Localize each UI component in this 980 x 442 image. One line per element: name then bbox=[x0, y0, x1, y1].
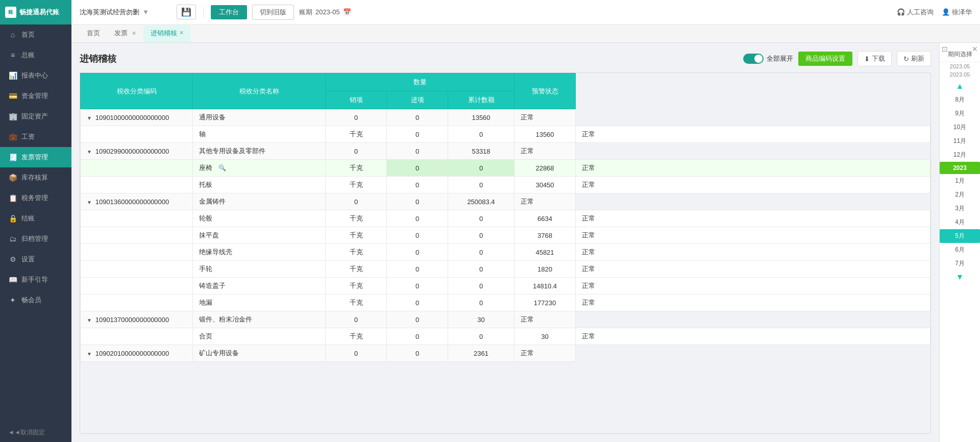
col-sales: 销项 bbox=[326, 91, 387, 109]
month-6[interactable]: 6月 bbox=[940, 243, 980, 257]
sidebar-item-invoice[interactable]: 🧾 发票管理 bbox=[0, 147, 71, 167]
month-1[interactable]: 1月 bbox=[940, 174, 980, 188]
sidebar-item-guide[interactable]: 📖 新手引导 bbox=[0, 269, 71, 290]
topbar-separator bbox=[203, 7, 204, 17]
sidebar-item-tax[interactable]: 📋 税务管理 bbox=[0, 188, 71, 208]
month-12[interactable]: 12月 bbox=[940, 148, 980, 162]
cell-total: 30 bbox=[448, 311, 514, 328]
refresh-icon: ↻ bbox=[903, 55, 909, 63]
cell-code: ▼ 10901360000000000000 bbox=[81, 193, 193, 210]
month-8[interactable]: 8月 bbox=[940, 93, 980, 107]
headset-icon: 🎧 bbox=[897, 8, 905, 16]
sidebar-item-assets[interactable]: 🏢 固定资产 bbox=[0, 106, 71, 127]
tab-home[interactable]: 首页 bbox=[80, 25, 107, 42]
logo-icon: 账 bbox=[5, 7, 16, 18]
cell-status: 正常 bbox=[576, 261, 930, 278]
cell-sales: 0 bbox=[387, 244, 448, 261]
cell-total: 53318 bbox=[448, 143, 514, 160]
cell-purchase: 0 bbox=[448, 126, 514, 143]
toggle-switch[interactable] bbox=[743, 54, 764, 64]
company-selector[interactable]: 沈海英测试经营勿删 ▼ bbox=[80, 8, 172, 17]
download-button[interactable]: ⬇ 下载 bbox=[857, 51, 892, 66]
content-main: 进销稽核 全部展开 商品编码设置 ⬇ 下载 ↻ 刷新 bbox=[71, 43, 939, 442]
month-3[interactable]: 3月 bbox=[940, 202, 980, 215]
table-row: 地漏 千克 0 0 177230 正常 bbox=[81, 294, 930, 311]
inventory-icon: 📦 bbox=[8, 174, 17, 182]
tree-arrow-icon[interactable]: ▼ bbox=[87, 351, 93, 357]
scroll-up-icon[interactable]: ▲ bbox=[954, 80, 966, 93]
cell-name: 绝缘导线壳 bbox=[193, 244, 326, 261]
month-2[interactable]: 2月 bbox=[940, 188, 980, 202]
cell-code bbox=[81, 328, 193, 345]
tree-arrow-icon[interactable]: ▼ bbox=[87, 149, 93, 155]
sidebar-item-funds[interactable]: 💳 资金管理 bbox=[0, 86, 71, 106]
unpin-button[interactable]: ◄◄取消固定 bbox=[0, 423, 71, 442]
month-5[interactable]: 5月 bbox=[940, 229, 980, 243]
cell-sales: 0 bbox=[387, 227, 448, 244]
tree-arrow-icon[interactable]: ▼ bbox=[87, 200, 93, 205]
cell-purchase: 0 bbox=[448, 227, 514, 244]
cell-purchase: 0 bbox=[387, 193, 448, 210]
close-reconcile-tab[interactable]: ✕ bbox=[179, 30, 184, 36]
col-tax-code: 税收分类编码 bbox=[81, 73, 193, 109]
sidebar-item-inventory[interactable]: 📦 库存核算 bbox=[0, 167, 71, 188]
search-icon[interactable]: 🔍 bbox=[218, 164, 226, 171]
switch-version-button[interactable]: 切到旧版 bbox=[252, 5, 294, 20]
user-profile[interactable]: 👤 徐泽华 bbox=[942, 8, 972, 17]
service-button[interactable]: 🎧 人工咨询 bbox=[897, 8, 934, 17]
col-purchase: 进项 bbox=[387, 91, 448, 109]
month-10[interactable]: 10月 bbox=[940, 120, 980, 134]
tab-reconcile[interactable]: 进销稽核 ✕ bbox=[143, 25, 191, 42]
cell-sales: 0 bbox=[326, 143, 387, 160]
sidebar-item-payroll[interactable]: 💼 工资 bbox=[0, 127, 71, 147]
sidebar-item-member[interactable]: ✦ 畅会员 bbox=[0, 290, 71, 310]
product-code-button[interactable]: 商品编码设置 bbox=[798, 52, 852, 66]
cell-status: 正常 bbox=[576, 177, 930, 193]
table-row: 轴 千克 0 0 13560 正常 bbox=[81, 126, 930, 143]
cell-name: 托板 bbox=[193, 177, 326, 193]
page-actions: 全部展开 商品编码设置 ⬇ 下载 ↻ 刷新 bbox=[743, 51, 931, 66]
app-name: 畅捷通易代账 bbox=[19, 8, 59, 17]
cell-sales: 0 bbox=[387, 160, 448, 177]
code-value: 10901000000000000000 bbox=[95, 114, 169, 121]
tree-arrow-icon[interactable]: ▼ bbox=[87, 317, 93, 323]
cell-purchase: 0 bbox=[448, 210, 514, 227]
download-icon: ⬇ bbox=[864, 55, 870, 63]
cell-total: 2361 bbox=[448, 345, 514, 362]
month-4[interactable]: 4月 bbox=[940, 215, 980, 229]
sidebar-item-home[interactable]: ⌂ 首页 bbox=[0, 24, 71, 45]
close-panel-icon[interactable]: ✕ bbox=[972, 45, 978, 53]
expand-panel-icon[interactable]: ⊡ bbox=[942, 45, 948, 53]
month-7[interactable]: 7月 bbox=[940, 257, 980, 271]
workbench-button[interactable]: 工作台 bbox=[211, 5, 247, 19]
save-draft-button[interactable]: 💾 bbox=[177, 5, 196, 19]
table-row: ▼ 10902010000000000000 矿山专用设备 0 0 2361 正… bbox=[81, 345, 930, 362]
cell-total: 1820 bbox=[514, 261, 576, 278]
refresh-button[interactable]: ↻ 刷新 bbox=[897, 51, 931, 66]
tab-invoice[interactable]: 发票 ✕ bbox=[107, 25, 143, 42]
sidebar-item-label: 畅会员 bbox=[21, 296, 41, 305]
data-table-wrap: 税收分类编码 税收分类名称 数量 预警状态 销项 进项 累计数额 bbox=[80, 72, 931, 434]
sidebar-item-reports[interactable]: 📊 报表中心 bbox=[0, 65, 71, 86]
close-invoice-tab[interactable]: ✕ bbox=[132, 30, 136, 36]
cell-total: 250083.4 bbox=[448, 193, 514, 210]
tree-arrow-icon[interactable]: ▼ bbox=[87, 115, 93, 121]
period-selector[interactable]: 账期 2023-05 📅 bbox=[299, 8, 351, 17]
cell-purchase: 0 bbox=[448, 294, 514, 311]
expand-all-toggle[interactable]: 全部展开 bbox=[743, 54, 793, 64]
table-row: 绝缘导线壳 千克 0 0 45821 正常 bbox=[81, 244, 930, 261]
cell-code bbox=[81, 177, 193, 193]
topbar: 沈海英测试经营勿删 ▼ 💾 工作台 切到旧版 账期 2023-05 📅 🎧 人工… bbox=[71, 0, 980, 24]
cell-name: 抹平盘 bbox=[193, 227, 326, 244]
sidebar-item-ledger[interactable]: ≡ 总账 bbox=[0, 45, 71, 65]
sidebar-item-settings[interactable]: ⚙ 设置 bbox=[0, 249, 71, 269]
month-11[interactable]: 11月 bbox=[940, 134, 980, 148]
sidebar-item-label: 首页 bbox=[21, 30, 35, 39]
sidebar-item-archive[interactable]: 🗂 归档管理 bbox=[0, 229, 71, 249]
sidebar-item-close[interactable]: 🔒 结账 bbox=[0, 208, 71, 229]
cell-code bbox=[81, 244, 193, 261]
cell-name: 铸造盖子 bbox=[193, 278, 326, 294]
scroll-down-icon[interactable]: ▼ bbox=[954, 271, 966, 284]
guide-icon: 📖 bbox=[8, 276, 17, 284]
month-9[interactable]: 9月 bbox=[940, 107, 980, 120]
